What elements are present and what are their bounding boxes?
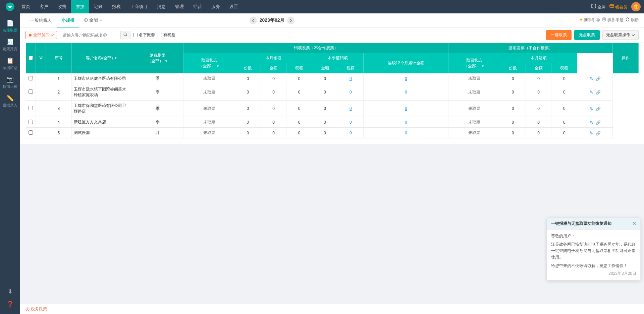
view-icon-row-2[interactable]: 🔗: [596, 107, 601, 111]
help-icon: ❓: [6, 301, 14, 308]
purchase-status-filter-icon[interactable]: ▼: [481, 64, 485, 68]
row-actions: ✎ 🔗: [577, 117, 613, 128]
tax-disk-checkbox-label[interactable]: 有税盘: [158, 32, 175, 38]
row-checkbox-0[interactable]: [29, 76, 33, 80]
row-settings-cell: [36, 117, 46, 128]
search-button[interactable]: [120, 31, 130, 39]
edit-icon-row-0[interactable]: ✎: [589, 76, 593, 81]
row-purchase-month-tax: 0: [551, 117, 577, 128]
user-avatar[interactable]: 😊: [631, 2, 641, 11]
dropdown-arrow-icon: [51, 34, 54, 37]
nav-right-area: 全屏 畅会员 😊: [591, 2, 641, 11]
nav-services[interactable]: 服务: [207, 0, 225, 13]
th-purchase-status: 取票状态（全部） ▼: [448, 53, 500, 73]
edit-icon-row-3[interactable]: ✎: [589, 120, 593, 125]
notification-close-btn[interactable]: ✕: [632, 221, 636, 227]
sidebar-item-scan[interactable]: 📷 扫描上传: [0, 73, 20, 92]
tab-general-taxpayer[interactable]: 一般纳税人: [25, 13, 57, 27]
sidebar-item-entry[interactable]: ✏️ 票据录入: [0, 92, 20, 111]
manual-btn[interactable]: 操作手册: [602, 17, 623, 23]
tax-period-filter-icon[interactable]: ▼: [165, 59, 168, 63]
new-guide-btn[interactable]: 新手引导: [579, 17, 600, 23]
sidebar-item-smart-ticket[interactable]: 📄 智能取票: [0, 17, 20, 36]
row-actions: ✎ 🔗: [577, 128, 613, 138]
row-index: 5: [46, 128, 72, 138]
row-sales-month-shares: 0: [235, 84, 261, 101]
nav-customers[interactable]: 客户: [35, 0, 53, 13]
row-purchase-month-shares: 0: [500, 84, 526, 101]
my-accounts-checkbox-label[interactable]: 名下账套: [133, 32, 155, 38]
nav-invoice[interactable]: 票据: [71, 0, 89, 13]
view-icon-row-4[interactable]: 🔗: [596, 131, 601, 136]
row-purchase-month-shares: 0: [500, 128, 526, 138]
nav-operations[interactable]: 经营: [189, 0, 207, 13]
refresh-btn[interactable]: 刷新: [626, 17, 639, 23]
my-accounts-checkbox[interactable]: [133, 33, 138, 37]
row-sales-year-amount: 0: [364, 117, 448, 128]
nav-business[interactable]: 工商项目: [125, 0, 152, 13]
sidebar-label-2: 票据汇总: [3, 65, 17, 70]
row-sales-quarter-amount: 0: [312, 117, 338, 128]
sub-header: 一般纳税人 小规模 全能 2023年02月: [20, 13, 644, 27]
row-checkbox-3[interactable]: [29, 120, 33, 124]
view-icon-row-3[interactable]: 🔗: [596, 120, 601, 125]
view-icon-row-0[interactable]: 🔗: [596, 76, 601, 81]
next-month-button[interactable]: [287, 17, 294, 24]
svg-line-9: [126, 35, 127, 36]
edit-icon-row-2[interactable]: ✎: [589, 106, 593, 111]
sidebar-download[interactable]: ⬇: [3, 285, 17, 298]
row-sales-month-tax: 0: [286, 101, 312, 117]
th-customer-name: 客户名称(全部) ▼: [71, 43, 132, 73]
row-purchase-month-shares: 0: [500, 101, 526, 117]
tab-small-scale[interactable]: 小规模: [57, 13, 79, 27]
th-sales-quarter-amount: 金额: [312, 63, 338, 73]
select-all-checkbox[interactable]: [29, 56, 33, 60]
th-month-sales: 本月销项: [235, 53, 312, 63]
refresh-icon: [626, 17, 630, 21]
vip-button[interactable]: 畅会员: [609, 4, 627, 10]
sidebar-help[interactable]: ❓: [3, 298, 17, 311]
book-icon: [602, 17, 606, 21]
row-checkbox-2[interactable]: [29, 106, 33, 110]
one-click-ticket-btn[interactable]: 一键取票: [546, 30, 572, 40]
row-actions: ✎ 🔗: [577, 101, 613, 117]
tab-omnipotent[interactable]: 全能: [79, 13, 107, 27]
fullscreen-btn[interactable]: 全屏: [591, 4, 605, 10]
star-icon: [579, 17, 583, 21]
row-sales-quarter-amount: 0: [312, 128, 338, 138]
edit-icon-row-1[interactable]: ✎: [589, 89, 593, 95]
tax-policy-link[interactable]: 税务政策: [25, 306, 47, 312]
sales-status-filter-icon[interactable]: ▼: [216, 64, 219, 68]
view-icon-row-1[interactable]: 🔗: [596, 90, 601, 95]
th-sales-quarter-tax: 税额: [338, 63, 364, 73]
nav-management[interactable]: 管理: [170, 0, 189, 13]
nav-accounting[interactable]: 记账: [89, 0, 107, 13]
edit-icon-row-4[interactable]: ✎: [589, 130, 593, 136]
diskless-ticket-btn[interactable]: 无盘取票: [574, 30, 600, 40]
customer-filter-icon[interactable]: ▼: [114, 56, 117, 60]
row-checkbox-1[interactable]: [29, 89, 33, 94]
prev-month-button[interactable]: [250, 17, 257, 24]
nav-tax[interactable]: 报税: [107, 0, 125, 13]
sidebar-item-invoice[interactable]: 🧾 发票开具: [0, 36, 20, 54]
customer-search-input[interactable]: [60, 32, 120, 39]
row-checkbox-cell: [26, 117, 36, 128]
notification-content: 江苏政务网已恢复访问电子税务局功能，易代账一键登陆电子税务局与无盘取票相关功能可…: [551, 241, 636, 261]
entry-icon: ✏️: [6, 95, 14, 102]
nav-billing[interactable]: 收费: [53, 0, 71, 13]
row-sales-month-tax: 0: [286, 84, 312, 101]
row-tax-period: 季: [132, 117, 183, 128]
nav-home[interactable]: 首页: [17, 0, 35, 13]
employee-filter[interactable]: 全部员工: [25, 31, 57, 39]
tax-disk-checkbox[interactable]: [158, 33, 162, 37]
row-sales-month-shares: 0: [235, 73, 261, 84]
diskless-operation-btn[interactable]: 无盘取票操作: [602, 30, 639, 40]
row-checkbox-4[interactable]: [29, 130, 33, 135]
nav-settings[interactable]: 设置: [225, 0, 243, 13]
settings-cog-icon[interactable]: [39, 55, 43, 60]
sidebar-item-summary[interactable]: 📋 票据汇总: [0, 54, 20, 73]
table-row: 3 卫辉市保和堂医药有限公司卫辉路店 季 未取票 0 0 0 0 0 0 未取票…: [26, 101, 639, 117]
svg-point-8: [124, 33, 126, 36]
nav-messages[interactable]: 消息: [152, 0, 170, 13]
row-checkbox-cell: [26, 128, 36, 138]
